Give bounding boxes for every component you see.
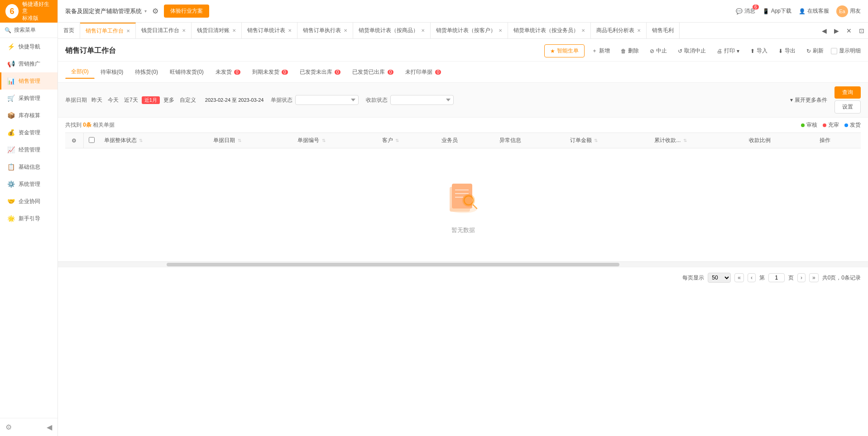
sidebar-item-system[interactable]: ⚙️ 系统管理 bbox=[0, 175, 58, 193]
tab-sales-stat-product[interactable]: 销货单统计表（按商品） ✕ bbox=[353, 23, 431, 38]
tab-close-icon[interactable]: ✕ bbox=[344, 28, 347, 33]
tab-close-all-button[interactable]: ✕ bbox=[843, 23, 855, 38]
sidebar-item-finance[interactable]: 💰 资金管理 bbox=[0, 124, 58, 141]
sidebar-item-label: 快捷导航 bbox=[19, 43, 40, 51]
show-detail-toggle[interactable]: 显示明细 bbox=[831, 47, 861, 55]
tab-home[interactable]: 首页 bbox=[58, 23, 80, 38]
export-button[interactable]: ⬇ 导出 bbox=[775, 45, 799, 57]
import-icon: ⬆ bbox=[750, 48, 755, 54]
tab-cash-reconcile[interactable]: 钱货日清对账 ✕ bbox=[192, 23, 242, 38]
horizontal-scrollbar[interactable] bbox=[58, 261, 868, 267]
show-detail-checkbox[interactable] bbox=[831, 48, 837, 54]
sort-icon[interactable]: ⇅ bbox=[395, 138, 399, 143]
date-opt-yesterday[interactable]: 昨天 bbox=[90, 95, 104, 105]
tab-nav-next-button[interactable]: ▶ bbox=[830, 23, 843, 38]
sidebar-item-search[interactable]: 🔍 搜索菜单 bbox=[0, 23, 58, 38]
cancel-dot-icon bbox=[823, 123, 826, 127]
topbar-gear-icon[interactable]: ⚙ bbox=[152, 7, 158, 15]
tab-close-icon[interactable]: ✕ bbox=[421, 28, 425, 33]
collapse-sidebar-icon[interactable]: ◀ bbox=[47, 423, 52, 431]
tab-sales-workbench[interactable]: 销售订单工作台 ✕ bbox=[80, 23, 136, 38]
import-button[interactable]: ⬆ 导入 bbox=[747, 45, 771, 57]
next-page-button[interactable]: › bbox=[797, 273, 806, 282]
sidebar-item-sales[interactable]: 📊 销售管理 bbox=[0, 72, 58, 90]
suspend-button[interactable]: ⊘ 中止 bbox=[646, 45, 671, 57]
filter-tab-not-printed[interactable]: 未打印单据 0 bbox=[399, 66, 447, 79]
cancel-approve-button[interactable]: 充审 bbox=[823, 121, 839, 129]
setting-button[interactable]: 设置 bbox=[834, 100, 861, 114]
delete-button[interactable]: 🗑 删除 bbox=[617, 45, 643, 57]
per-page-select[interactable]: 50 100 200 bbox=[708, 273, 731, 283]
filter-tab-shipped-out[interactable]: 已发货已出库 0 bbox=[346, 66, 399, 79]
sidebar-item-quick-nav[interactable]: ⚡ 快捷导航 bbox=[0, 38, 58, 55]
industry-solution-button[interactable]: 体验行业方案 bbox=[164, 5, 209, 18]
scrollbar-thumb[interactable] bbox=[167, 263, 619, 266]
tab-cash-daily[interactable]: 钱货日清工作台 ✕ bbox=[136, 23, 192, 38]
cancel-suspend-button[interactable]: ↺ 取消中止 bbox=[674, 45, 710, 57]
tab-gross-margin[interactable]: 商品毛利分析表 ✕ bbox=[591, 23, 647, 38]
print-button[interactable]: 🖨 打印 ▾ bbox=[713, 45, 743, 57]
sort-icon[interactable]: ⇅ bbox=[683, 138, 687, 143]
settings-gear-icon[interactable]: ⚙ bbox=[5, 423, 12, 431]
date-opt-7days[interactable]: 近7天 bbox=[122, 95, 140, 105]
add-button[interactable]: ＋ 新增 bbox=[588, 45, 614, 57]
filter-tab-wangpu[interactable]: 旺铺待发货(0) bbox=[164, 66, 210, 79]
filter-tab-all[interactable]: 全部(0) bbox=[65, 65, 95, 79]
topbar-user-item[interactable]: Ea 用友 bbox=[836, 5, 861, 17]
tab-sales-stat[interactable]: 销售订单统计表 ✕ bbox=[242, 23, 297, 38]
tab-expand-button[interactable]: ⊡ bbox=[855, 23, 868, 38]
tab-close-icon[interactable]: ✕ bbox=[182, 28, 186, 33]
tab-nav-prev-button[interactable]: ◀ bbox=[818, 23, 830, 38]
date-opt-custom[interactable]: 自定义 bbox=[178, 95, 198, 105]
select-all-checkbox[interactable] bbox=[89, 137, 95, 143]
table-col-checkbox[interactable] bbox=[83, 133, 100, 148]
sort-icon[interactable]: ⇅ bbox=[139, 138, 143, 143]
date-opt-more[interactable]: 更多 bbox=[162, 95, 176, 105]
tab-close-icon[interactable]: ✕ bbox=[288, 28, 292, 33]
ship-button[interactable]: 发货 bbox=[844, 121, 861, 129]
prev-page-button[interactable]: ‹ bbox=[748, 273, 756, 282]
sort-icon[interactable]: ⇅ bbox=[238, 138, 241, 143]
date-opt-1month[interactable]: 近1月 bbox=[142, 96, 160, 104]
tab-sales-exec[interactable]: 销售订单执行表 ✕ bbox=[297, 23, 353, 38]
tab-sales-profit[interactable]: 销售毛利 bbox=[647, 23, 680, 38]
system-dropdown-arrow[interactable]: ▾ bbox=[144, 9, 147, 14]
sidebar-item-purchase[interactable]: 🛒 采购管理 bbox=[0, 90, 58, 107]
tab-close-icon[interactable]: ✕ bbox=[499, 28, 502, 33]
last-page-button[interactable]: » bbox=[809, 273, 819, 282]
tab-close-icon[interactable]: ✕ bbox=[637, 28, 641, 33]
tab-close-icon[interactable]: ✕ bbox=[232, 28, 236, 33]
approve-button[interactable]: 审核 bbox=[801, 121, 817, 129]
sidebar-item-marketing[interactable]: 📢 营销推广 bbox=[0, 55, 58, 72]
filter-tab-shipped-not-out[interactable]: 已发货未出库 0 bbox=[294, 66, 347, 79]
system-name-text: 装备及固定资产辅助管理系统 bbox=[65, 7, 142, 15]
sidebar-item-inventory[interactable]: 📦 库存核算 bbox=[0, 107, 58, 124]
topbar-online-service-item[interactable]: 👤 在线客服 bbox=[799, 7, 829, 15]
sidebar-item-operations[interactable]: 📈 经营管理 bbox=[0, 141, 58, 158]
date-opt-today[interactable]: 今天 bbox=[106, 95, 120, 105]
sidebar-item-basic-info[interactable]: 📋 基础信息 bbox=[0, 158, 58, 175]
filter-tab-pending-inspect[interactable]: 待拣货(0) bbox=[129, 66, 164, 79]
tab-sales-stat-customer[interactable]: 销货单统计表（按客户） ✕ bbox=[431, 23, 508, 38]
tab-close-icon[interactable]: ✕ bbox=[126, 28, 130, 33]
tab-close-icon[interactable]: ✕ bbox=[581, 28, 585, 33]
tab-sales-stat-staff[interactable]: 销货单统计表（按业务员） ✕ bbox=[508, 23, 591, 38]
filter-tab-pending-review[interactable]: 待审核(0) bbox=[95, 66, 129, 79]
sidebar-item-enterprise[interactable]: 🤝 企业协同 bbox=[0, 193, 58, 210]
filter-tab-not-shipped[interactable]: 未发货 0 bbox=[210, 66, 246, 79]
smart-create-button[interactable]: ★ 智能生单 bbox=[544, 44, 585, 57]
expand-filters-button[interactable]: ▾ 展开更多条件 bbox=[790, 96, 827, 104]
sidebar-item-guide[interactable]: 🌟 新手引导 bbox=[0, 210, 58, 227]
topbar-app-download-item[interactable]: 📱 App下载 bbox=[762, 7, 791, 15]
query-button[interactable]: 查询 bbox=[834, 86, 861, 99]
refresh-button[interactable]: ↻ 刷新 bbox=[803, 45, 827, 57]
status-filter-select[interactable] bbox=[295, 95, 359, 105]
topbar-message-item[interactable]: 💬 消息 6 bbox=[736, 7, 755, 15]
table-col-settings[interactable]: ⚙ bbox=[65, 133, 83, 148]
page-number-input[interactable] bbox=[768, 273, 785, 282]
first-page-button[interactable]: « bbox=[734, 273, 744, 282]
sort-icon[interactable]: ⇅ bbox=[594, 138, 598, 143]
sort-icon[interactable]: ⇅ bbox=[322, 138, 326, 143]
filter-tab-expired[interactable]: 到期未发货 0 bbox=[246, 66, 294, 79]
payment-filter-select[interactable] bbox=[390, 95, 454, 105]
